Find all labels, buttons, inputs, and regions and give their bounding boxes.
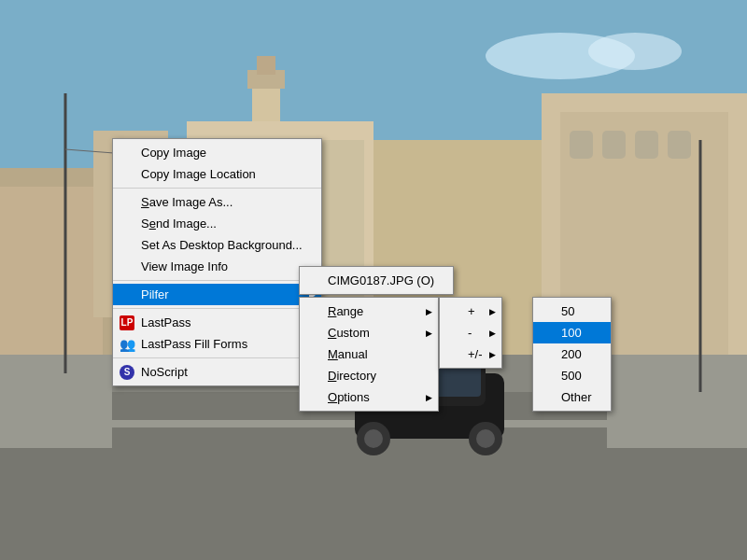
plus-label: + [468,304,475,318]
save-image-as-item[interactable]: Save Image As... [113,191,321,213]
separator-3 [113,308,321,309]
lastpass-fill-icon: 👥 [119,336,135,353]
lastpass-fill-label: LastPass Fill Forms [141,337,247,351]
other-item[interactable]: Other [533,386,611,408]
value-200-item[interactable]: 200 [533,343,611,365]
copy-image-item[interactable]: Copy Image [113,142,321,163]
lastpass-icon: LP [119,315,135,331]
plusminus-label: +/- [468,347,483,361]
minus-label: - [468,326,472,340]
lastpass-label: LastPass [141,315,190,329]
svg-point-34 [364,429,383,448]
custom-item[interactable]: Custom [300,322,438,343]
custom-label: Custom [328,326,370,340]
value-50-item[interactable]: 50 [533,301,611,322]
send-image-item[interactable]: Send Image... [113,213,321,234]
manual-label: Manual [328,347,368,361]
svg-point-3 [588,33,682,70]
cimg-label: CIMG0187.JPG (O) [328,273,434,287]
separator-1 [113,188,321,189]
set-desktop-item[interactable]: Set As Desktop Background... [113,234,321,256]
copy-image-label: Copy Image [141,146,206,160]
set-desktop-label: Set As Desktop Background... [141,238,303,252]
other-label: Other [561,390,592,404]
lastpass-item[interactable]: LP LastPass [113,312,321,333]
noscript-label: NoScript [141,365,188,379]
minus-item[interactable]: - [440,322,501,343]
plus-item[interactable]: + [440,301,501,322]
svg-point-36 [476,429,495,448]
main-context-menu: Copy Image Copy Image Location Save Imag… [112,138,322,386]
range-label: Range [328,304,363,318]
svg-rect-37 [0,355,112,448]
copy-image-location-item[interactable]: Copy Image Location [113,163,321,185]
options-label: Options [328,390,370,404]
svg-rect-38 [607,355,747,448]
separator-4 [113,357,321,358]
svg-rect-25 [668,131,691,159]
separator-2 [113,280,321,281]
view-image-info-label: View Image Info [141,259,228,273]
value-200-label: 200 [561,347,582,361]
directory-label: Directory [328,369,376,383]
svg-rect-10 [257,56,275,75]
cimg-item[interactable]: CIMG0187.JPG (O) [300,270,453,291]
pilfer-actions-submenu: Range Custom Manual Directory Options [299,297,439,412]
values-submenu: 50 100 200 500 Other [532,297,612,412]
manual-item[interactable]: Manual [300,343,438,365]
copy-image-location-label: Copy Image Location [141,167,256,181]
range-item[interactable]: Range [300,301,438,322]
noscript-icon: S [119,364,135,381]
pilfer-label: Pilfer [141,287,169,301]
svg-rect-22 [570,131,593,159]
pilfer-item[interactable]: Pilfer [113,284,321,305]
svg-rect-23 [602,131,626,159]
noscript-item[interactable]: S NoScript [113,361,321,383]
pilfer-image-submenu: CIMG0187.JPG (O) [299,266,454,295]
plusminus-item[interactable]: +/- [440,343,501,365]
value-50-label: 50 [561,304,574,318]
send-image-label: Send Image... [141,217,217,231]
save-image-as-label: Save Image As... [141,195,233,209]
value-100-label: 100 [561,326,582,340]
options-item[interactable]: Options [300,386,438,408]
value-500-item[interactable]: 500 [533,365,611,386]
range-operators-submenu: + - +/- [439,297,502,369]
view-image-info-item[interactable]: View Image Info [113,256,321,277]
value-500-label: 500 [561,369,582,383]
value-100-item[interactable]: 100 [533,322,611,343]
svg-rect-24 [635,131,658,159]
directory-item[interactable]: Directory [300,365,438,386]
lastpass-fill-item[interactable]: 👥 LastPass Fill Forms [113,333,321,355]
